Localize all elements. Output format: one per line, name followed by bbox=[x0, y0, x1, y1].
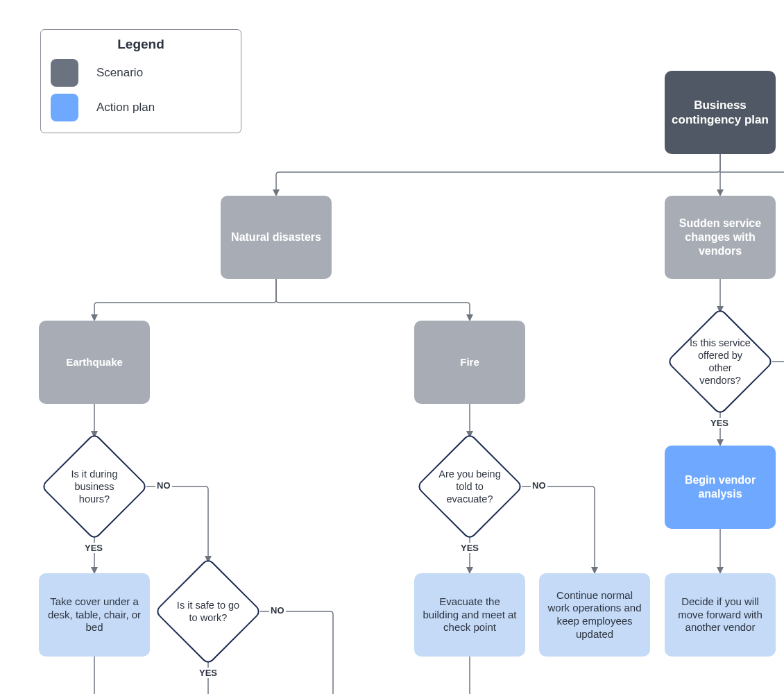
legend-row-action: Action plan bbox=[51, 94, 231, 121]
node-natural-disasters: Natural disasters bbox=[221, 196, 332, 279]
node-earthquake: Earthquake bbox=[39, 321, 150, 404]
legend-label-action: Action plan bbox=[96, 101, 155, 115]
edge-label-no: NO bbox=[155, 480, 172, 491]
decision-other-vendors: Is this service offered by other vendors… bbox=[682, 323, 758, 400]
action-begin-vendor: Begin vendor analysis bbox=[665, 446, 776, 529]
legend-panel: Legend Scenario Action plan bbox=[40, 29, 241, 133]
legend-title: Legend bbox=[51, 37, 231, 52]
edge-label-yes: YES bbox=[459, 543, 480, 553]
edge-label-yes: YES bbox=[198, 668, 219, 678]
decision-evacuate: Are you being told to evacuate? bbox=[432, 448, 508, 525]
edge-label-no: NO bbox=[531, 480, 547, 491]
decision-text: Is it during business hours? bbox=[56, 468, 133, 505]
edge-label-yes: YES bbox=[709, 418, 730, 428]
decision-text: Are you being told to evacuate? bbox=[432, 468, 508, 505]
node-fire: Fire bbox=[414, 321, 525, 404]
edge-label-yes: YES bbox=[83, 543, 104, 553]
node-vendors: Sudden service changes with vendors bbox=[665, 196, 776, 279]
action-evacuate: Evacuate the building and meet at check … bbox=[414, 573, 525, 657]
action-decide-vendor: Decide if you will move forward with ano… bbox=[665, 573, 776, 657]
node-root: Business contingency plan bbox=[665, 71, 776, 154]
legend-swatch-scenario bbox=[51, 59, 78, 87]
decision-safe-to-work: Is it safe to go to work? bbox=[170, 573, 246, 650]
legend-swatch-action bbox=[51, 94, 78, 121]
decision-business-hours: Is it during business hours? bbox=[56, 448, 133, 525]
action-continue-ops: Continue normal work operations and keep… bbox=[539, 573, 650, 657]
decision-text: Is it safe to go to work? bbox=[170, 599, 246, 624]
decision-text: Is this service offered by other vendors… bbox=[682, 337, 758, 387]
action-take-cover: Take cover under a desk, table, chair, o… bbox=[39, 573, 150, 657]
legend-label-scenario: Scenario bbox=[96, 66, 143, 80]
edge-label-no: NO bbox=[269, 605, 286, 616]
legend-row-scenario: Scenario bbox=[51, 59, 231, 87]
